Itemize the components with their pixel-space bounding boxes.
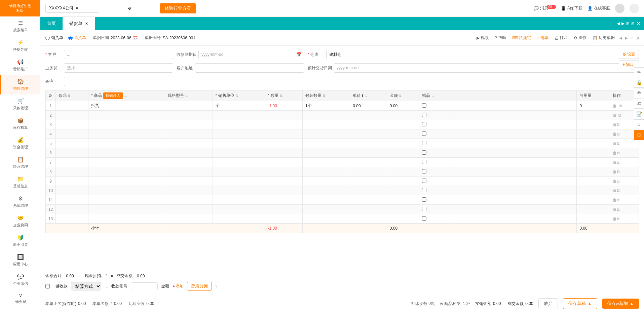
- owe-info-icon[interactable]: ?: [110, 302, 112, 306]
- tab-window-close-icon[interactable]: ✕: [636, 21, 641, 27]
- delete-icon[interactable]: 🗑: [613, 198, 617, 202]
- trial-button[interactable]: 体验行业方案: [160, 3, 196, 13]
- sales-radio[interactable]: 销货单: [45, 35, 63, 41]
- delivery-date-input[interactable]: yyyy-mm-dd 📅: [334, 63, 639, 73]
- copy-icon[interactable]: ⧉: [617, 179, 620, 184]
- note-cell[interactable]: [452, 101, 576, 111]
- copy-icon[interactable]: ⧉: [617, 198, 620, 202]
- customer-input[interactable]: ...: [64, 50, 173, 59]
- expense-button[interactable]: 费用分摊: [187, 282, 212, 290]
- save-draft-button[interactable]: 保存草稿 ▲: [563, 298, 597, 309]
- copy-icon[interactable]: ⧉: [617, 151, 620, 155]
- sidebar-item-member[interactable]: V 畅会员: [0, 289, 40, 308]
- sidebar-settings[interactable]: ⚙: [0, 308, 40, 311]
- sidebar-item-wechat[interactable]: 💬 企业微信: [0, 270, 40, 289]
- history-next-icon[interactable]: ▶: [625, 36, 628, 40]
- delete-icon[interactable]: 🗑: [613, 188, 617, 193]
- message-button[interactable]: 💬 消息 99+: [534, 5, 556, 11]
- rt-eye-btn[interactable]: 👁: [634, 88, 644, 98]
- warehouse-input[interactable]: 建材仓 ...: [326, 50, 639, 59]
- delete-icon[interactable]: 🗑: [613, 104, 617, 108]
- copy-icon[interactable]: ⧉: [617, 160, 620, 165]
- delete-icon[interactable]: 🗑: [613, 122, 617, 127]
- delete-icon[interactable]: 🗑: [613, 113, 617, 118]
- sidebar-item-purchase[interactable]: 🛒 采购管理: [0, 94, 40, 114]
- payment-due-input[interactable]: yyyy-mm-dd 📅: [198, 50, 304, 59]
- rt-orange-btn[interactable]: □: [634, 130, 644, 140]
- copy-icon[interactable]: ⧉: [617, 169, 620, 174]
- tab-home[interactable]: 首页: [40, 17, 63, 30]
- copy-icon[interactable]: ⧉: [617, 122, 620, 127]
- delete-icon[interactable]: 🗑: [613, 169, 617, 174]
- sidebar-item-quick-nav[interactable]: ⚡ 快捷导航: [0, 36, 40, 55]
- salesperson-input[interactable]: 选择... ...: [64, 63, 173, 73]
- sidebar-item-basic[interactable]: 📁 基础信息: [0, 172, 40, 192]
- sidebar-item-sales[interactable]: 🏠 销售管理: [0, 75, 40, 94]
- copy-icon[interactable]: ⧉: [618, 113, 621, 118]
- online-service-button[interactable]: 👤 在线客服: [588, 5, 610, 11]
- delete-icon[interactable]: 🗑: [613, 132, 617, 137]
- tab-prev-icon[interactable]: ◀: [617, 21, 620, 26]
- tab-sales-order[interactable]: 销货单 ✕: [63, 17, 95, 30]
- help-btn[interactable]: ? 帮助: [493, 34, 508, 41]
- save-new-button[interactable]: 保存&新增 ▲: [602, 299, 639, 309]
- copy-icon[interactable]: ⧉: [617, 207, 620, 212]
- delete-icon[interactable]: 🗑: [613, 141, 617, 146]
- tab-close-icon[interactable]: ✕: [85, 22, 88, 26]
- scan-button[interactable]: 扫码录入: [103, 92, 123, 99]
- rt-edit-btn[interactable]: ✏: [634, 67, 644, 77]
- sidebar-item-marketing[interactable]: 📢 营销推广: [0, 55, 40, 75]
- select-order-btn[interactable]: ≡ 选单: [535, 34, 550, 41]
- operate-btn[interactable]: ⚙ 操作: [572, 34, 588, 41]
- gift-cell[interactable]: [419, 101, 452, 111]
- remark-input[interactable]: [64, 77, 639, 86]
- company-selector[interactable]: XXXXXX公司 ▼: [45, 4, 99, 13]
- payment-calendar-icon[interactable]: 📅: [296, 52, 301, 57]
- rt-note-btn[interactable]: 📝: [634, 109, 644, 119]
- calc-method-select[interactable]: 结算方式: [71, 282, 101, 290]
- print-btn[interactable]: 🖨 打印: [553, 34, 569, 41]
- sidebar-item-beginner[interactable]: 🔰 新手引导: [0, 231, 40, 250]
- copy-icon[interactable]: ⧉: [617, 141, 620, 146]
- copy-icon[interactable]: ⧉: [619, 104, 622, 108]
- sidebar-item-inventory[interactable]: 📦 库存核算: [0, 114, 40, 133]
- sidebar-item-operations[interactable]: 📋 经营管理: [0, 153, 40, 172]
- delete-icon[interactable]: 🗑: [613, 151, 617, 155]
- tab-next-icon[interactable]: ▶: [621, 21, 624, 26]
- history-prev-icon[interactable]: ◀: [619, 36, 622, 40]
- barcode-cell[interactable]: [56, 101, 88, 111]
- discount-info-icon[interactable]: ?: [105, 274, 107, 278]
- abandon-button[interactable]: 放弃: [538, 298, 558, 309]
- sidebar-item-system[interactable]: ⚙ 系统管理: [0, 192, 40, 211]
- video-btn[interactable]: ▶ 视频: [475, 34, 490, 41]
- delete-icon[interactable]: 🗑: [613, 217, 617, 221]
- delete-icon[interactable]: 🗑: [613, 179, 617, 184]
- sidebar-item-finance[interactable]: 💰 资金管理: [0, 133, 40, 153]
- account-input[interactable]: [131, 282, 158, 290]
- delete-icon[interactable]: 🗑: [613, 207, 617, 212]
- unit-price-cell[interactable]: 0.00: [350, 101, 387, 111]
- return-radio[interactable]: 退货单: [68, 35, 86, 41]
- copy-icon[interactable]: ⧉: [617, 132, 620, 137]
- delete-icon[interactable]: 🗑: [613, 160, 617, 165]
- rt-tag-btn[interactable]: 🏷: [634, 99, 644, 109]
- app-download-button[interactable]: 📱 App下载: [561, 5, 582, 11]
- th-config[interactable]: ⚙: [46, 90, 56, 101]
- history-btn[interactable]: 📋 历史单据: [591, 34, 616, 41]
- avatar[interactable]: [615, 4, 624, 13]
- one-click-checkbox[interactable]: 一键收款: [45, 283, 68, 289]
- amount-cell[interactable]: 0.00: [387, 101, 419, 111]
- expense-help-icon[interactable]: ?: [215, 284, 217, 288]
- customer-addr-input[interactable]: ...: [195, 63, 304, 73]
- sidebar-item-search[interactable]: ☰ 搜索菜单: [0, 16, 40, 36]
- settings-button[interactable]: ⚙ 设置: [619, 50, 639, 59]
- spec-cell[interactable]: [165, 101, 213, 111]
- product-cell[interactable]: 拆货: [88, 101, 165, 111]
- qty-cell[interactable]: -1.00: [265, 101, 302, 111]
- copy-icon[interactable]: ⧉: [617, 188, 620, 193]
- pkg-qty-cell[interactable]: 1个: [303, 101, 350, 111]
- sidebar-item-apps[interactable]: 🔲 应用中心: [0, 250, 40, 270]
- tab-grid-icon[interactable]: ⊞: [626, 21, 630, 26]
- shortcut-btn[interactable]: ⌨ 快捷键: [510, 34, 533, 41]
- view-mode-1-icon[interactable]: ≡: [631, 36, 633, 40]
